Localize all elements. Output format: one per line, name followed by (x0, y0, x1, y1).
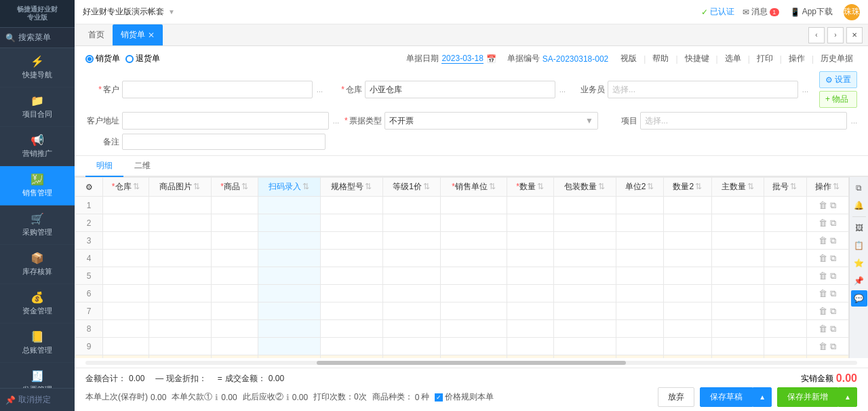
cell-main_qty[interactable] (712, 338, 764, 355)
cell-product_img[interactable] (149, 302, 212, 320)
cell-batch[interactable] (764, 320, 806, 338)
cell-main_qty[interactable] (712, 250, 764, 267)
cell-unit2[interactable] (616, 285, 664, 302)
cell-qty2[interactable] (664, 320, 712, 338)
save-draft-arrow[interactable]: ▲ (753, 387, 772, 407)
cell-barcode[interactable] (258, 197, 320, 214)
cell-unit2[interactable] (616, 250, 664, 267)
cell-price1[interactable] (382, 267, 441, 285)
tab-close-all-button[interactable]: ✕ (846, 27, 863, 43)
row-delete-icon[interactable]: 🗑 (818, 288, 827, 298)
cell-main_qty[interactable] (712, 197, 764, 214)
cell-pack_qty[interactable] (553, 267, 616, 285)
warehouse-input[interactable]: 小亚仓库 (365, 81, 555, 98)
cell-quantity[interactable] (507, 267, 553, 285)
scrollbar-track[interactable] (85, 361, 857, 365)
cell-product[interactable] (212, 320, 258, 338)
cell-spec[interactable] (320, 232, 382, 250)
cell-quantity[interactable] (507, 302, 553, 320)
cell-batch[interactable] (764, 197, 806, 214)
cell-unit2[interactable] (616, 338, 664, 355)
toolbar-btn-1[interactable]: 帮助 (648, 52, 673, 66)
address-dots[interactable]: ... (333, 117, 339, 125)
note-input[interactable] (122, 134, 326, 150)
customer-input[interactable] (122, 81, 313, 98)
sidebar-item-purchase[interactable]: 🛒采购管理 (0, 206, 75, 245)
rp-star-icon[interactable]: ⭐ (851, 255, 867, 271)
save-new-button[interactable]: 保存并新增 (777, 387, 838, 407)
cell-qty2[interactable] (664, 267, 712, 285)
cell-pack_qty[interactable] (553, 320, 616, 338)
project-input[interactable]: 选择... (640, 112, 847, 130)
cell-pack_qty[interactable] (553, 302, 616, 320)
cell-qty2[interactable] (664, 338, 712, 355)
cell-quantity[interactable] (507, 320, 553, 338)
cancel-pin-button[interactable]: 📌 取消拼定 (0, 388, 75, 411)
cell-spec[interactable] (320, 267, 382, 285)
salesperson-dots[interactable]: ... (802, 85, 808, 94)
cell-product_img[interactable] (149, 197, 212, 214)
row-delete-icon[interactable]: 🗑 (818, 253, 827, 263)
cell-product_img[interactable] (149, 250, 212, 267)
sidebar-item-capital[interactable]: 💰资金管理 (0, 284, 75, 324)
cell-spec[interactable] (320, 197, 382, 214)
salesperson-input[interactable]: 选择... (608, 81, 798, 98)
row-delete-icon[interactable]: 🗑 (818, 200, 827, 210)
cell-qty2[interactable] (664, 250, 712, 267)
cell-sales_unit[interactable] (441, 232, 507, 250)
cell-barcode[interactable] (258, 214, 320, 232)
cell-unit2[interactable] (616, 214, 664, 232)
cell-batch[interactable] (764, 267, 806, 285)
cell-sales_unit[interactable] (441, 338, 507, 355)
row-copy-icon[interactable]: ⧉ (830, 253, 836, 264)
active-tab[interactable]: 销货单 ✕ (113, 24, 163, 45)
sidebar-item-accounts[interactable]: 📒总账管理 (0, 324, 75, 363)
sidebar-item-quick-nav[interactable]: ⚡快捷导航 (0, 48, 75, 87)
cell-qty2[interactable] (664, 214, 712, 232)
cell-unit2[interactable] (616, 320, 664, 338)
cell-warehouse[interactable] (103, 285, 149, 302)
cell-product_img[interactable] (149, 214, 212, 232)
cell-quantity[interactable] (507, 338, 553, 355)
cell-batch[interactable] (764, 232, 806, 250)
cell-barcode[interactable] (258, 338, 320, 355)
cell-product_img[interactable] (149, 267, 212, 285)
rp-pin-icon[interactable]: 📌 (851, 273, 867, 289)
cell-product_img[interactable] (149, 320, 212, 338)
row-copy-icon[interactable]: ⧉ (830, 218, 836, 229)
cell-product[interactable] (212, 214, 258, 232)
price-checkbox[interactable]: ✓ (435, 393, 443, 402)
row-copy-icon[interactable]: ⧉ (830, 341, 836, 352)
toolbar-btn-2[interactable]: 快捷键 (681, 52, 713, 66)
cell-warehouse[interactable] (103, 320, 149, 338)
cell-spec[interactable] (320, 250, 382, 267)
sidebar-search[interactable]: 🔍 搜索菜单 (0, 28, 75, 48)
cell-quantity[interactable] (507, 214, 553, 232)
cell-pack_qty[interactable] (553, 338, 616, 355)
radio-return-order[interactable]: 退货单 (125, 53, 160, 64)
cell-pack_qty[interactable] (553, 232, 616, 250)
cell-spec[interactable] (320, 302, 382, 320)
sidebar-item-inventory[interactable]: 📦库存核算 (0, 245, 75, 284)
cell-quantity[interactable] (507, 197, 553, 214)
goods-button[interactable]: + 物品 (819, 91, 857, 108)
project-dots[interactable]: ... (851, 117, 857, 125)
cell-unit2[interactable] (616, 267, 664, 285)
tab-next-button[interactable]: › (827, 27, 844, 43)
home-tab[interactable]: 首页 (80, 24, 113, 45)
table-wrapper[interactable]: ⚙*仓库⇅商品图片⇅*商品⇅扫码录入⇅规格型号⇅等级1价⇅*销售单位⇅*数量⇅包… (75, 177, 849, 358)
row-copy-icon[interactable]: ⧉ (830, 324, 836, 334)
row-delete-icon[interactable]: 🗑 (818, 218, 827, 228)
cell-sales_unit[interactable] (441, 320, 507, 338)
subtab-明细[interactable]: 明细 (85, 156, 123, 177)
save-new-arrow[interactable]: ▲ (838, 387, 857, 407)
tab-prev-button[interactable]: ‹ (808, 27, 825, 43)
cell-product[interactable] (212, 267, 258, 285)
cell-warehouse[interactable] (103, 302, 149, 320)
cell-sales_unit[interactable] (441, 197, 507, 214)
cell-price1[interactable] (382, 320, 441, 338)
tab-close-button[interactable]: ✕ (148, 31, 155, 40)
toolbar-btn-6[interactable]: 历史单据 (816, 52, 857, 66)
cell-sales_unit[interactable] (441, 285, 507, 302)
cell-sales_unit[interactable] (441, 250, 507, 267)
